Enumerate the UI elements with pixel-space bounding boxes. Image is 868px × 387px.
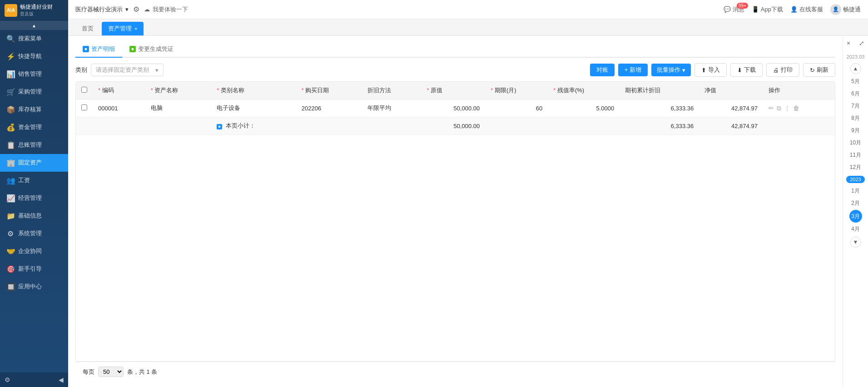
- sidebar-item-search[interactable]: 🔍 搜索菜单: [0, 30, 68, 48]
- delete-action[interactable]: 🗑: [793, 104, 799, 112]
- company-selector[interactable]: 医疗器械行业演示 ▾: [75, 5, 129, 14]
- more-action[interactable]: ⋮: [784, 104, 790, 112]
- select-all-checkbox[interactable]: [81, 87, 87, 93]
- sidebar-item-salary[interactable]: 👥 工资: [0, 172, 68, 189]
- sidebar-item-label: 工资: [18, 176, 30, 184]
- row-residual-rate: 5.0000: [548, 99, 620, 117]
- user-menu[interactable]: 👤 畅捷通: [830, 4, 861, 15]
- new-button[interactable]: + 新增: [618, 64, 648, 76]
- month-item-3[interactable]: 3月: [849, 210, 862, 223]
- page-size-select[interactable]: 50 10 20 100: [98, 367, 124, 377]
- download-table-icon: ⬇: [737, 67, 742, 74]
- app-download-button[interactable]: 📱 App下载: [752, 5, 783, 14]
- sidebar-item-operations[interactable]: 📈 经营管理: [0, 189, 68, 207]
- month-item-12[interactable]: 12月: [845, 162, 866, 173]
- month-item-5[interactable]: 5月: [845, 76, 866, 87]
- sidebar-item-app-center[interactable]: 🔲 应用中心: [0, 278, 68, 296]
- logo-sub: 普及版: [20, 11, 53, 17]
- sidebar-scroll-up[interactable]: ▲: [0, 21, 68, 30]
- message-icon: 💬: [724, 6, 731, 13]
- current-year-label: 2023: [846, 176, 864, 183]
- app-center-icon: 🔲: [6, 283, 15, 291]
- th-code: * 编码: [93, 82, 145, 99]
- guide-icon: 🎯: [6, 265, 15, 273]
- expand-panel-button[interactable]: ⤢: [859, 40, 864, 47]
- sidebar-item-finance[interactable]: 💰 资金管理: [0, 119, 68, 136]
- month-item-11[interactable]: 11月: [845, 149, 866, 161]
- th-accumulated-depreciation: 期初累计折旧: [620, 82, 699, 99]
- month-item-4[interactable]: 4月: [845, 223, 866, 235]
- total-label: 条，共 1 条: [127, 368, 157, 376]
- operations-icon: 📈: [6, 194, 15, 203]
- month-item-1[interactable]: 1月: [845, 185, 866, 197]
- company-name: 医疗器械行业演示: [75, 5, 123, 14]
- sidebar-item-sales[interactable]: 📊 销售管理: [0, 65, 68, 83]
- tab-asset-mgmt[interactable]: 资产管理 ×: [102, 22, 144, 35]
- row-code: 000001: [93, 99, 145, 117]
- download-button[interactable]: ⬇ 下载: [730, 63, 763, 77]
- tab-close-icon[interactable]: ×: [134, 26, 137, 31]
- sidebar-item-enterprise[interactable]: 🤝 企业协同: [0, 243, 68, 260]
- online-service-button[interactable]: 👤 在线客服: [790, 5, 823, 14]
- sidebar-item-label: 总账管理: [18, 141, 42, 149]
- settings-bottom-icon[interactable]: ⚙: [5, 376, 10, 383]
- app-logo: AtA 畅捷通好业财 普及版: [0, 0, 68, 21]
- sidebar-item-basic-info[interactable]: 📁 基础信息: [0, 207, 68, 225]
- row-period: 60: [485, 99, 548, 117]
- sidebar-item-inventory[interactable]: 📦 库存核算: [0, 101, 68, 119]
- sub-tab-asset-detail[interactable]: ■ 资产明细: [75, 41, 122, 58]
- table-header-row: * 编码 * 资产名称 * 类别名称 * 购买日期 折旧方法 * 原值 * 期限…: [76, 82, 835, 99]
- th-net-value: 净值: [699, 82, 763, 99]
- row-purchase-date: 202206: [296, 99, 362, 117]
- month-item-10[interactable]: 10月: [845, 137, 866, 149]
- month-item-9[interactable]: 9月: [845, 125, 866, 136]
- sidebar: AtA 畅捷通好业财 普及版 ▲ 🔍 搜索菜单 ⚡ 快捷导航 📊 销售管理 🛒 …: [0, 0, 68, 387]
- row-actions: ✏ ⧉ ⋮ 🗑: [763, 99, 835, 117]
- print-button[interactable]: 🖨 打印: [766, 63, 799, 77]
- th-residual-rate: * 残值率(%): [548, 82, 620, 99]
- th-name: * 资产名称: [145, 82, 211, 99]
- month-item-8[interactable]: 8月: [845, 113, 866, 124]
- row-checkbox-cell: [76, 99, 93, 117]
- sidebar-item-ledger[interactable]: 📋 总账管理: [0, 136, 68, 154]
- month-item-7[interactable]: 7月: [845, 100, 866, 112]
- sidebar-item-label: 经营管理: [18, 194, 42, 202]
- sub-tab-change-voucher[interactable]: ■ 变更生成凭证: [122, 41, 181, 58]
- reconcile-button[interactable]: 对账: [590, 64, 615, 76]
- subtotal-accumulated: 6,333.36: [620, 117, 699, 135]
- month-item-2[interactable]: 2月: [845, 198, 866, 209]
- tab-home[interactable]: 首页: [75, 22, 100, 35]
- month-list: 5月 6月 7月 8月 9月 10月 11月 12月 2023 1月 2月 3月…: [843, 76, 868, 235]
- category-filter[interactable]: 请选择固定资产类别 ▾: [91, 64, 164, 76]
- collapse-sidebar-icon[interactable]: ◀: [59, 376, 64, 383]
- close-panel-button[interactable]: ×: [847, 40, 850, 47]
- month-item-6[interactable]: 6月: [845, 88, 866, 99]
- refresh-button[interactable]: ↻ 刷新: [803, 63, 835, 77]
- sidebar-item-system[interactable]: ⚙ 系统管理: [0, 225, 68, 243]
- sidebar-item-guide[interactable]: 🎯 新手引导: [0, 260, 68, 278]
- export-button[interactable]: ⬆ 导入: [694, 63, 727, 77]
- header-settings-icon[interactable]: ⚙: [133, 5, 139, 14]
- panel-scroll-up[interactable]: ▲: [850, 63, 861, 74]
- row-checkbox[interactable]: [81, 104, 87, 110]
- experience-button[interactable]: ☁ 我要体验一下: [144, 5, 188, 14]
- subtotal-original-value: 50,000.00: [422, 117, 486, 135]
- sidebar-item-fixed-assets[interactable]: 🏢 固定资产: [0, 154, 68, 172]
- sidebar-item-quick-nav[interactable]: ⚡ 快捷导航: [0, 48, 68, 65]
- sidebar-item-label: 应用中心: [18, 283, 42, 291]
- enterprise-icon: 🤝: [6, 247, 15, 256]
- purchase-icon: 🛒: [6, 88, 15, 96]
- sidebar-item-label: 销售管理: [18, 70, 42, 78]
- sidebar-item-label: 资金管理: [18, 123, 42, 131]
- batch-operation-button[interactable]: 批量操作 ▾: [651, 64, 691, 76]
- sub-tabs: ■ 资产明细 ■ 变更生成凭证: [75, 41, 835, 58]
- sales-icon: 📊: [6, 70, 15, 79]
- sidebar-item-label: 基础信息: [18, 212, 42, 220]
- row-category: 电子设备: [211, 99, 296, 117]
- edit-action[interactable]: ✏: [769, 104, 774, 112]
- th-category: * 类别名称: [211, 82, 296, 99]
- copy-action[interactable]: ⧉: [777, 104, 781, 112]
- message-button[interactable]: 💬 消息 99+: [724, 5, 744, 14]
- panel-scroll-down[interactable]: ▼: [850, 237, 861, 248]
- sidebar-item-purchase[interactable]: 🛒 采购管理: [0, 83, 68, 101]
